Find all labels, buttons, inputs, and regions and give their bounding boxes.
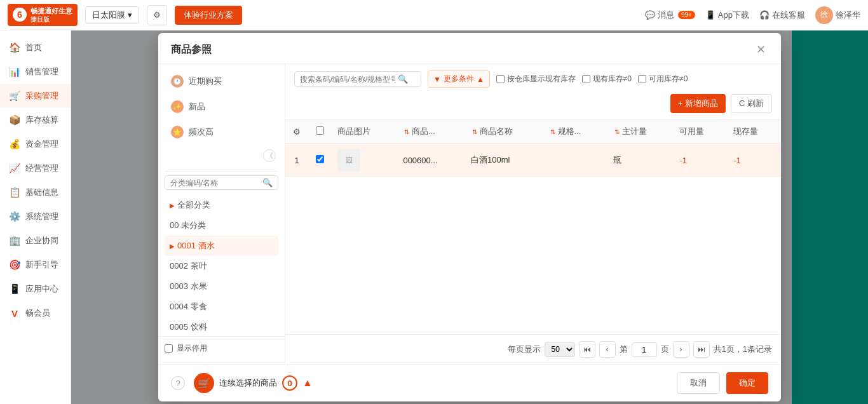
select-all-checkbox[interactable] bbox=[316, 126, 324, 135]
nav-app-download[interactable]: 📱 App下载 bbox=[705, 10, 749, 21]
chevron-up-icon: ▲ bbox=[477, 75, 484, 84]
category-item-c0003[interactable]: 0003 水果 bbox=[165, 276, 278, 297]
enterprise-icon: 🏢 bbox=[9, 235, 20, 246]
cart-area: 🛒 连续选择的商品 0 ▲ bbox=[194, 373, 668, 393]
category-item-c0005[interactable]: 0005 饮料 bbox=[165, 317, 278, 336]
th-unit: ⇅ 主计量 bbox=[607, 120, 673, 144]
col-name-label: 商品名称 bbox=[480, 126, 513, 136]
category-item-c0001[interactable]: ▶ 0001 酒水 bbox=[165, 236, 278, 256]
category-label-c0003: 0003 水果 bbox=[170, 281, 207, 292]
collapse-left-panel-btn[interactable]: 《 bbox=[263, 149, 276, 162]
td-available: -1 bbox=[673, 144, 727, 177]
sidebar-item-finance[interactable]: 💰 资金管理 bbox=[0, 132, 71, 156]
sidebar-label-member: 畅会员 bbox=[25, 307, 50, 319]
category-item-all[interactable]: ▶ 全部分类 bbox=[165, 195, 278, 215]
message-icon: 💬 bbox=[645, 10, 655, 20]
add-product-btn[interactable]: + 新增商品 bbox=[670, 94, 726, 113]
sidebar-item-guide[interactable]: 🎯 新手引导 bbox=[0, 253, 71, 277]
modal-title: 商品参照 bbox=[171, 43, 212, 57]
product-search-input[interactable] bbox=[300, 75, 395, 84]
sort-icon-unit: ⇅ bbox=[614, 128, 620, 135]
trial-btn[interactable]: 体验行业方案 bbox=[175, 6, 242, 25]
sidebar-item-operation[interactable]: 📈 经营管理 bbox=[0, 156, 71, 180]
warehouse-display-checkbox-label[interactable]: 按仓库显示现有库存 bbox=[496, 74, 576, 84]
category-label-c0002: 0002 茶叶 bbox=[170, 260, 207, 272]
left-menu-new[interactable]: ✨ 新品 bbox=[165, 96, 278, 118]
sort-icon-code: ⇅ bbox=[404, 128, 409, 135]
available-stock-checkbox-label[interactable]: 现有库存≠0 bbox=[582, 74, 632, 84]
category-label-c0004: 0004 零食 bbox=[170, 301, 207, 313]
prev-page-btn[interactable]: ‹ bbox=[599, 341, 616, 358]
nav-user[interactable]: 徐 徐泽华 bbox=[815, 6, 860, 24]
cancel-btn[interactable]: 取消 bbox=[677, 372, 720, 394]
refresh-btn[interactable]: C 刷新 bbox=[731, 94, 772, 113]
category-item-c0004[interactable]: 0004 零食 bbox=[165, 297, 278, 317]
modal-footer: ? 🛒 连续选择的商品 0 ▲ 取消 确定 bbox=[158, 364, 781, 401]
content-area: 商品参照 ✕ 🕐 近期购买 ✨ 新 bbox=[71, 30, 868, 404]
nav-message[interactable]: 💬 消息 99+ bbox=[645, 10, 695, 21]
td-index: 1 bbox=[285, 144, 308, 177]
category-item-c00[interactable]: 00 未分类 bbox=[165, 215, 278, 236]
more-filter-btn[interactable]: ▼ 更多条件 ▲ bbox=[428, 71, 490, 88]
col-available-label: 可用量 bbox=[679, 126, 704, 136]
right-panel: 🔍 ▼ 更多条件 ▲ 按仓库显示现有库存 bbox=[285, 64, 781, 364]
left-menu-recent-label: 近期购买 bbox=[189, 76, 222, 87]
page-number-input[interactable] bbox=[632, 342, 657, 357]
logo: 6 畅捷通好生意 捷目版 bbox=[8, 4, 78, 26]
collapse-up-icon[interactable]: ▲ bbox=[302, 377, 313, 389]
page-suffix-label: 页 bbox=[661, 344, 669, 355]
sidebar-item-enterprise[interactable]: 🏢 企业协同 bbox=[0, 229, 71, 253]
nav-company-dropdown[interactable]: 日太阳膜 ▾ bbox=[85, 6, 139, 24]
sidebar-item-basic[interactable]: 📋 基础信息 bbox=[0, 180, 71, 205]
confirm-btn[interactable]: 确定 bbox=[726, 372, 768, 394]
inventory-icon: 📦 bbox=[9, 114, 20, 126]
sidebar-item-purchase[interactable]: 🛒 采购管理 bbox=[0, 84, 71, 108]
settings-col-icon[interactable]: ⚙ bbox=[293, 127, 301, 137]
guide-icon: 🎯 bbox=[9, 259, 20, 271]
first-page-btn[interactable]: ⏮ bbox=[579, 341, 595, 358]
table-row[interactable]: 1 🖼 bbox=[285, 144, 781, 177]
nav-message-label: 消息 bbox=[658, 10, 674, 21]
left-menu-frequent[interactable]: ⭐ 频次高 bbox=[165, 121, 278, 143]
left-menu-recent[interactable]: 🕐 近期购买 bbox=[165, 71, 278, 92]
nav-customer-service[interactable]: 🎧 在线客服 bbox=[759, 10, 805, 21]
sidebar-item-member[interactable]: V 畅会员 bbox=[0, 301, 71, 325]
pagination: 每页显示 50 ⏮ ‹ 第 页 › ⏭ 共1页，1条记录 bbox=[285, 334, 781, 364]
category-search-input[interactable] bbox=[170, 178, 260, 187]
th-code: ⇅ 商品... bbox=[397, 120, 465, 144]
available-stock-checkbox[interactable] bbox=[582, 75, 590, 83]
nav-service-label: 在线客服 bbox=[772, 10, 805, 21]
usable-stock-checkbox-label[interactable]: 可用库存≠0 bbox=[638, 74, 688, 84]
sidebar-label-sales: 销售管理 bbox=[25, 66, 58, 77]
sidebar-label-guide: 新手引导 bbox=[25, 259, 58, 271]
sidebar-label-operation: 经营管理 bbox=[25, 163, 58, 174]
warehouse-display-checkbox[interactable] bbox=[496, 75, 505, 83]
total-label: 共1页，1条记录 bbox=[714, 344, 772, 355]
page-size-select[interactable]: 50 bbox=[545, 342, 575, 357]
last-page-btn[interactable]: ⏭ bbox=[693, 341, 710, 358]
settings-icon[interactable]: ⚙ bbox=[147, 5, 167, 25]
arrow-icon-c0001: ▶ bbox=[170, 243, 175, 250]
col-stock-label: 现存量 bbox=[733, 126, 758, 136]
show-disabled-checkbox[interactable] bbox=[165, 344, 173, 353]
sidebar-item-inventory[interactable]: 📦 库存核算 bbox=[0, 108, 71, 132]
image-placeholder-icon: 🖼 bbox=[346, 156, 353, 164]
sidebar-item-home[interactable]: 🏠 首页 bbox=[0, 36, 71, 60]
filter-icon: ▼ bbox=[433, 75, 441, 84]
modal-close-button[interactable]: ✕ bbox=[753, 42, 768, 57]
sidebar-item-appcenter[interactable]: 📱 应用中心 bbox=[0, 277, 71, 301]
sidebar-label-appcenter: 应用中心 bbox=[25, 283, 58, 295]
sidebar-item-system[interactable]: ⚙️ 系统管理 bbox=[0, 205, 71, 229]
category-search-icon[interactable]: 🔍 bbox=[262, 178, 273, 187]
usable-stock-checkbox[interactable] bbox=[638, 75, 646, 83]
category-item-c0002[interactable]: 0002 茶叶 bbox=[165, 256, 278, 276]
product-search-icon[interactable]: 🔍 bbox=[398, 74, 408, 84]
sidebar-item-sales[interactable]: 📊 销售管理 bbox=[0, 60, 71, 84]
row-checkbox[interactable] bbox=[316, 155, 324, 163]
main-layout: 🏠 首页 📊 销售管理 🛒 采购管理 📦 库存核算 💰 资金管理 📈 经营管理 … bbox=[0, 30, 868, 404]
help-icon[interactable]: ? bbox=[171, 376, 185, 390]
category-label-c00: 00 未分类 bbox=[170, 220, 206, 231]
table-header-row: ⚙ 商品图片 bbox=[285, 120, 781, 144]
next-page-btn[interactable]: › bbox=[673, 341, 689, 358]
td-name: 白酒100ml bbox=[465, 144, 543, 177]
